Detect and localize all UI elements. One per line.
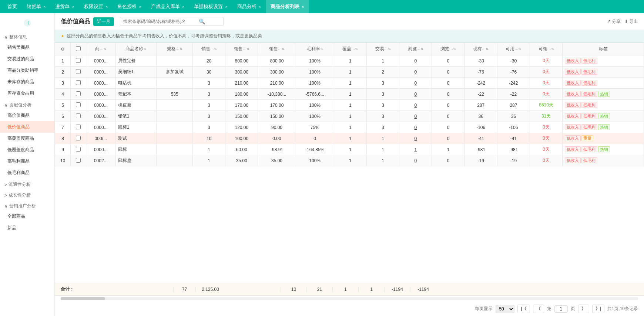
browse1-link[interactable]: 0 [414,125,417,130]
col-browse2[interactable]: 浏览...⇅ [432,43,464,55]
row-checkbox[interactable] [76,125,81,129]
row-days: 8610天 [530,100,563,111]
row-checkbox[interactable] [76,158,81,163]
row-avail: -41 [497,133,530,144]
search-box[interactable]: 🔍 [120,17,224,26]
nav-product-analysis[interactable]: 商品分析 × [233,0,265,13]
select-all-checkbox[interactable] [76,46,81,51]
browse1-link[interactable]: 0 [414,58,417,64]
nav-product-analysis-close[interactable]: × [259,4,261,9]
nav-warehouse[interactable]: 产成品入库单 × [147,0,189,13]
col-code[interactable]: 商...⇅ [86,43,115,55]
last-page-btn[interactable]: 》| [592,305,604,313]
nav-template[interactable]: 单据模板设置 × [189,0,232,13]
sidebar-group-circulation[interactable]: > 流通性分析 [0,179,54,189]
browse1-link[interactable]: 0 [414,103,417,108]
browse1-link[interactable]: 0 [414,69,417,75]
filter-recent-month[interactable]: 近一月 [93,17,114,26]
nav-purchase-close[interactable]: × [72,4,74,9]
sidebar-item-high-coverage[interactable]: 高覆盖度商品 [0,133,54,144]
nav-product-list-close[interactable]: × [302,4,304,9]
nav-template-close[interactable]: × [225,4,227,9]
sidebar-group-marketing[interactable]: ∨ 营销推广分析 [0,200,54,211]
browse1-link[interactable]: 0 [414,92,417,97]
sidebar-item-high-value[interactable]: 高价值商品 [0,110,54,121]
sidebar-item-new-goods[interactable]: 新品 [0,222,54,234]
row-browse2: 0 [432,133,464,144]
row-checkbox[interactable] [76,102,81,107]
nav-product-list[interactable]: 商品分析列表 × [266,0,308,13]
row-stock: -76 [464,67,497,78]
col-stock[interactable]: 现有...⇅ [464,43,497,55]
col-days[interactable]: 可销...⇅ [530,43,563,55]
row-qty: 3 [193,89,225,100]
row-checkbox[interactable] [76,113,81,118]
browse1-link[interactable]: 0 [414,114,417,119]
share-link[interactable]: ↗ 分享 [607,18,621,25]
row-checkbox[interactable] [76,136,81,140]
browse1-link[interactable]: 0 [414,158,417,163]
col-avail[interactable]: 可用...⇅ [497,43,530,55]
scrollbar-track[interactable] [61,297,638,300]
row-sale2: 300.00 [258,67,296,78]
current-page-input[interactable] [554,305,568,313]
sidebar-item-capital[interactable]: 库存资金占用 [0,88,54,99]
col-margin[interactable]: 毛利率⇅ [296,43,334,55]
col-trade[interactable]: 交易...⇅ [366,43,399,55]
col-spec[interactable]: 规格...⇅ [157,43,193,55]
nav-roles-close[interactable]: × [139,4,141,9]
search-icon[interactable]: 🔍 [199,18,205,24]
export-link[interactable]: ⬇ 导出 [624,18,638,25]
col-sale1[interactable]: 销售...⇅ [225,43,258,55]
scrollbar-thumb[interactable] [61,297,105,300]
row-sale2: 800.00 [258,55,296,67]
nav-sales[interactable]: 销货单 × [22,0,50,13]
row-checkbox[interactable] [76,91,81,96]
sidebar-group-growth-arrow: > [4,193,7,198]
total-stock-val: -1194 [384,287,410,292]
col-cover[interactable]: 覆盖...⇅ [334,43,366,55]
row-checkbox[interactable] [76,58,81,63]
col-settings[interactable]: ⚙ [55,43,71,55]
sidebar-item-no-stock[interactable]: 未库存的商品 [0,76,54,88]
nav-permissions[interactable]: 权限设置 × [80,0,112,13]
nav-warehouse-close[interactable]: × [182,4,184,9]
row-checkbox[interactable] [76,80,81,85]
sidebar-group-marketing-arrow: ∨ [4,204,8,209]
sidebar-item-all-goods[interactable]: 全部商品 [0,211,54,222]
row-qty: 3 [193,78,225,89]
sidebar-collapse-btn[interactable]: 《 [24,19,31,27]
sidebar-item-traded[interactable]: 交易过的商品 [0,53,54,65]
row-checkbox[interactable] [76,147,81,152]
sidebar-group-overview[interactable]: ∨ 整体信息 [0,31,54,42]
prev-page-btn[interactable]: 《 [533,305,544,313]
nav-permissions-close[interactable]: × [105,4,108,9]
sidebar-item-high-margin[interactable]: 高毛利商品 [0,156,54,167]
browse1-link[interactable]: 0 [414,81,417,86]
row-sale2: -10,380... [258,89,296,100]
page-size-select[interactable]: 50 100 200 [496,305,514,313]
browse1-link[interactable]: 0 [414,136,417,141]
col-qty[interactable]: 销售...⇅ [193,43,225,55]
next-page-btn[interactable]: 》 [578,305,589,313]
nav-sales-close[interactable]: × [43,4,46,9]
browse1-link[interactable]: 1 [414,147,417,152]
sidebar-item-sales-goods[interactable]: 销售类商品 [0,42,54,53]
sidebar-item-category-rate[interactable]: 商品分类助销率 [0,65,54,76]
sidebar-item-low-margin[interactable]: 低毛利商品 [0,167,54,179]
sidebar-group-growth[interactable]: > 成长性分析 [0,189,54,200]
col-name[interactable]: 商品名称⇅ [115,43,157,55]
row-checkbox[interactable] [76,69,81,74]
sidebar-item-low-coverage[interactable]: 低覆盖度商品 [0,144,54,156]
nav-purchase[interactable]: 进货单 × [51,0,78,13]
first-page-btn[interactable]: |《 [517,305,530,313]
col-sale2[interactable]: 销售...⇅ [258,43,296,55]
nav-roles[interactable]: 角色授权 × [113,0,145,13]
settings-icon[interactable]: ⚙ [61,47,65,52]
sidebar-item-low-value[interactable]: 低价值商品 [0,121,54,133]
search-input[interactable] [123,19,197,24]
nav-home[interactable]: 首页 [3,0,21,13]
col-browse1[interactable]: 浏览...⇅ [399,43,432,55]
col-checkbox-all[interactable] [71,43,86,55]
sidebar-group-contribution[interactable]: ∨ 贡献值分析 [0,99,54,110]
